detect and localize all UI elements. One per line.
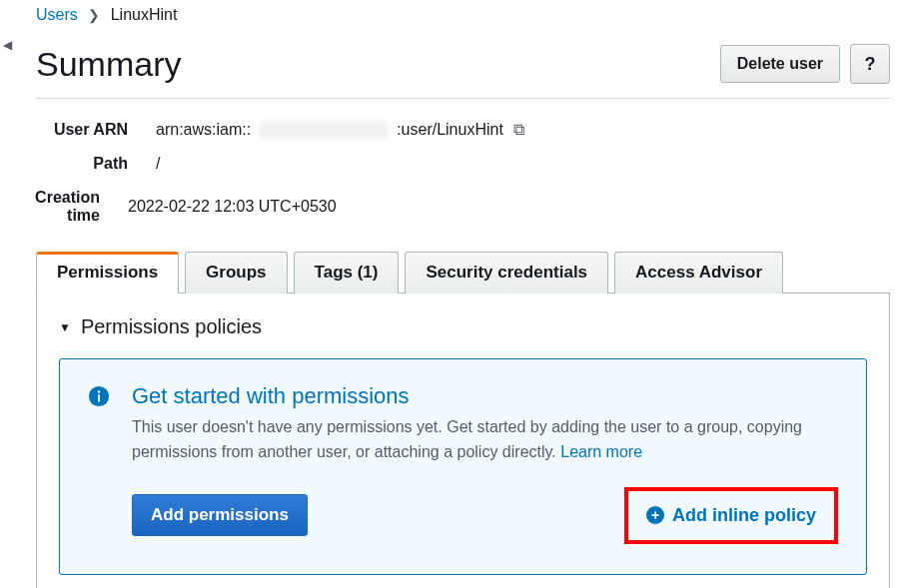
svg-point-2 — [98, 390, 101, 393]
tab-groups[interactable]: Groups — [185, 252, 287, 294]
info-icon — [88, 385, 110, 465]
tab-tags[interactable]: Tags (1) — [294, 252, 400, 294]
tab-panel-permissions: ▼ Permissions policies Get started with … — [36, 294, 890, 588]
tab-access-advisor[interactable]: Access Advisor — [614, 252, 783, 294]
sidebar-collapse-handle[interactable]: ◀ — [0, 36, 14, 54]
copy-icon[interactable]: ⧉ — [513, 121, 524, 139]
path-value: / — [156, 155, 160, 173]
add-permissions-button[interactable]: Add permissions — [132, 494, 308, 536]
add-inline-policy-link[interactable]: Add inline policy — [672, 505, 816, 526]
arn-redacted — [259, 121, 389, 139]
permissions-policies-toggle[interactable]: ▼ Permissions policies — [59, 315, 867, 338]
svg-rect-1 — [98, 394, 100, 401]
page-title: Summary — [36, 45, 181, 84]
user-arn-label: User ARN — [36, 121, 156, 139]
help-button[interactable]: ? — [850, 44, 890, 84]
tab-security-credentials[interactable]: Security credentials — [405, 252, 608, 294]
breadcrumb: Users ❯ LinuxHint — [36, 0, 890, 34]
info-description: This user doesn't have any permissions y… — [132, 415, 838, 465]
permissions-policies-title: Permissions policies — [81, 315, 262, 338]
caret-down-icon: ▼ — [59, 320, 71, 334]
tab-bar: Permissions Groups Tags (1) Security cre… — [36, 251, 890, 294]
chevron-right-icon: ❯ — [88, 7, 100, 23]
learn-more-link[interactable]: Learn more — [560, 443, 642, 460]
add-inline-policy-highlight: + Add inline policy — [624, 487, 838, 544]
breadcrumb-users-link[interactable]: Users — [36, 6, 78, 23]
tab-permissions[interactable]: Permissions — [36, 252, 179, 294]
creation-time-label: Creation time — [8, 189, 128, 225]
delete-user-button[interactable]: Delete user — [720, 45, 840, 83]
get-started-info-box: Get started with permissions This user d… — [59, 358, 867, 575]
path-label: Path — [36, 155, 156, 173]
info-title: Get started with permissions — [132, 383, 838, 409]
breadcrumb-current: LinuxHint — [111, 6, 178, 23]
creation-time-value: 2022-02-22 12:03 UTC+0530 — [128, 198, 337, 216]
user-arn-value: arn:aws:iam:::user/LinuxHint ⧉ — [156, 121, 524, 139]
plus-circle-icon: + — [646, 506, 664, 524]
